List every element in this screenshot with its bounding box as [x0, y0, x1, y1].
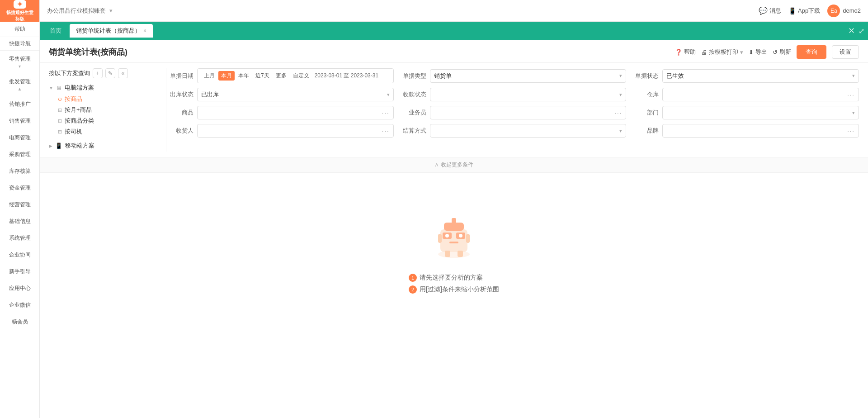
empty-tip-1: 1 请先选择要分析的方案 [409, 274, 499, 282]
tab-sales-stat[interactable]: 销货单统计表（按商品） × [70, 24, 153, 38]
doc-type-arrow: ▾ [619, 73, 622, 79]
sidebar-item-basic[interactable]: 基础信息 [0, 213, 39, 230]
svg-rect-6 [449, 242, 458, 243]
doc-status-arrow: ▾ [852, 73, 855, 79]
ecommerce-label: 电商管理 [9, 134, 31, 142]
tab-expand: ✕ ⤢ [848, 26, 864, 36]
tree-group-mobile[interactable]: ▶ 📱 移动端方案 [49, 140, 160, 152]
recipient-control[interactable]: ··· [197, 124, 394, 138]
tree-item-by-goods-cat[interactable]: ⊞ 按商品分类 [58, 115, 160, 126]
tab-home-label: 首页 [50, 27, 61, 35]
print-btn[interactable]: 🖨 按模板打印 ▾ [701, 48, 743, 56]
date-filter-control[interactable]: 上月 本月 本年 近7天 更多 自定义 2023-03-01 至 2023-03… [197, 68, 394, 83]
main-area: 办公用品行业模拟账套 ▾ 💬 消息 📱 App下载 Ea demo2 首页 [40, 0, 868, 418]
dept-label: 部门 [635, 109, 659, 117]
svg-rect-10 [458, 251, 463, 257]
brand-control[interactable]: ··· [662, 124, 859, 138]
query-button[interactable]: 查询 [797, 45, 826, 59]
page-header: 销货单统计表(按商品) ❓ 帮助 🖨 按模板打印 ▾ ⬇ 导出 [40, 40, 868, 63]
settle-label: 结算方式 [403, 127, 426, 135]
sidebar-item-retail[interactable]: 零售管理 ▾ [0, 51, 39, 73]
sidebar-item-member[interactable]: 畅会员 [0, 314, 39, 330]
doc-status-control[interactable]: 已生效 ▾ [662, 69, 859, 83]
filter-scheme-panel: 按以下方案查询 + ✎ « ▼ 🖥 [49, 68, 166, 152]
empty-tips: 1 请先选择要分析的方案 2 用[过滤]条件来缩小分析范围 [409, 274, 499, 294]
user-menu[interactable]: Ea demo2 [827, 5, 861, 17]
empty-illustration [427, 209, 481, 265]
sidebar-item-ecommerce[interactable]: 电商管理 [0, 129, 39, 146]
sidebar-item-marketing[interactable]: 营销推广 [0, 96, 39, 113]
refresh-btn[interactable]: ↺ 刷新 [773, 48, 791, 56]
goods-control[interactable]: ··· [197, 106, 394, 119]
help-label: 帮助 [684, 48, 696, 56]
tip-text-2: 用[过滤]条件来缩小分析范围 [420, 285, 499, 294]
sidebar-item-system[interactable]: 系统管理 [0, 230, 39, 247]
sidebar-item-operations[interactable]: 经营管理 [0, 196, 39, 213]
message-btn[interactable]: 💬 消息 [759, 6, 781, 15]
pay-status-label: 收款状态 [403, 90, 426, 99]
app-download-btn[interactable]: 📱 App下载 [788, 7, 820, 15]
edit-icon: ✎ [108, 70, 113, 76]
scheme-add-btn[interactable]: + [93, 68, 103, 78]
dept-arrow: ▾ [852, 110, 855, 116]
collapse-bar[interactable]: ∧ 收起更多条件 [40, 157, 868, 173]
purchase-label: 采购管理 [9, 151, 31, 158]
doc-status-value: 已生效 [666, 72, 684, 80]
scheme-edit-btn[interactable]: ✎ [105, 68, 115, 78]
date-tab-more[interactable]: 更多 [273, 71, 289, 81]
close-window-icon[interactable]: ✕ [848, 26, 855, 36]
sidebar-item-wholesale[interactable]: 批发管理 ▲ [0, 73, 39, 96]
inventory-label: 库存核算 [9, 167, 31, 175]
corp-label: 企业协同 [9, 251, 31, 259]
refresh-label: 刷新 [779, 48, 791, 56]
warehouse-control[interactable]: ··· [662, 88, 859, 101]
help-btn[interactable]: ❓ 帮助 [675, 48, 696, 56]
logo-subtitle: 标版 [15, 16, 24, 22]
settle-control[interactable]: ▾ [430, 124, 627, 138]
out-status-label: 出库状态 [170, 90, 193, 99]
out-status-arrow: ▾ [387, 92, 390, 98]
filter-panel: 按以下方案查询 + ✎ « ▼ 🖥 [40, 63, 868, 157]
print-label: 按模板打印 [709, 48, 738, 56]
sidebar-item-sales[interactable]: 销售管理 [0, 113, 39, 129]
export-icon: ⬇ [749, 49, 754, 56]
sidebar-item-corp[interactable]: 企业协同 [0, 247, 39, 263]
sidebar-item-inventory[interactable]: 库存核算 [0, 163, 39, 180]
settle-arrow: ▾ [619, 128, 622, 134]
tree-item-by-customer[interactable]: ⊞ 按司机 [58, 126, 160, 137]
by-customer-label: 按司机 [65, 128, 82, 136]
date-tab-custom[interactable]: 自定义 [290, 71, 312, 81]
sales-label: 销售管理 [9, 117, 31, 125]
tree-label-mobile: 移动端方案 [65, 142, 94, 150]
tab-home[interactable]: 首页 [43, 24, 68, 38]
date-tab-this-month[interactable]: 本月 [218, 71, 235, 81]
date-tab-last-month[interactable]: 上月 [201, 71, 217, 81]
date-tab-this-year[interactable]: 本年 [236, 71, 252, 81]
doc-type-control[interactable]: 销货单 ▾ [430, 69, 627, 83]
scheme-collapse-btn[interactable]: « [118, 68, 128, 78]
date-tab-7days[interactable]: 近7天 [253, 71, 272, 81]
sidebar-item-newbie[interactable]: 新手引导 [0, 263, 39, 280]
appcenter-label: 应用中心 [9, 285, 31, 292]
tab-bar: 首页 销货单统计表（按商品） × ✕ ⤢ [40, 22, 868, 40]
tab-close-icon[interactable]: × [143, 28, 146, 34]
quick-nav[interactable]: 快捷导航 [0, 37, 39, 51]
doc-type-label: 单据类型 [403, 72, 426, 80]
sidebar-item-wechat[interactable]: 企业微信 [0, 297, 39, 314]
tree-item-by-goods[interactable]: ⊙ 按商品 [58, 94, 160, 104]
tree-group-desktop[interactable]: ▼ 🖥 电脑端方案 [49, 82, 160, 94]
search-menu[interactable]: 帮助 [0, 22, 39, 37]
staff-control[interactable]: ··· [430, 106, 627, 119]
industry-dropdown-icon[interactable]: ▾ [109, 7, 113, 14]
sidebar-item-purchase[interactable]: 采购管理 [0, 146, 39, 163]
pay-status-control[interactable]: ▾ [430, 88, 627, 101]
settings-button[interactable]: 设置 [832, 45, 859, 59]
sidebar-item-appcenter[interactable]: 应用中心 [0, 280, 39, 297]
sidebar-item-finance[interactable]: 资金管理 [0, 180, 39, 196]
out-status-control[interactable]: 已出库 ▾ [197, 88, 394, 101]
tree-item-by-month-goods[interactable]: ⊞ 按月+商品 [58, 104, 160, 115]
dept-control[interactable]: ▾ [662, 106, 859, 119]
header-right: 💬 消息 📱 App下载 Ea demo2 [759, 5, 861, 17]
export-btn[interactable]: ⬇ 导出 [749, 48, 767, 56]
expand-icon[interactable]: ⤢ [859, 27, 864, 35]
